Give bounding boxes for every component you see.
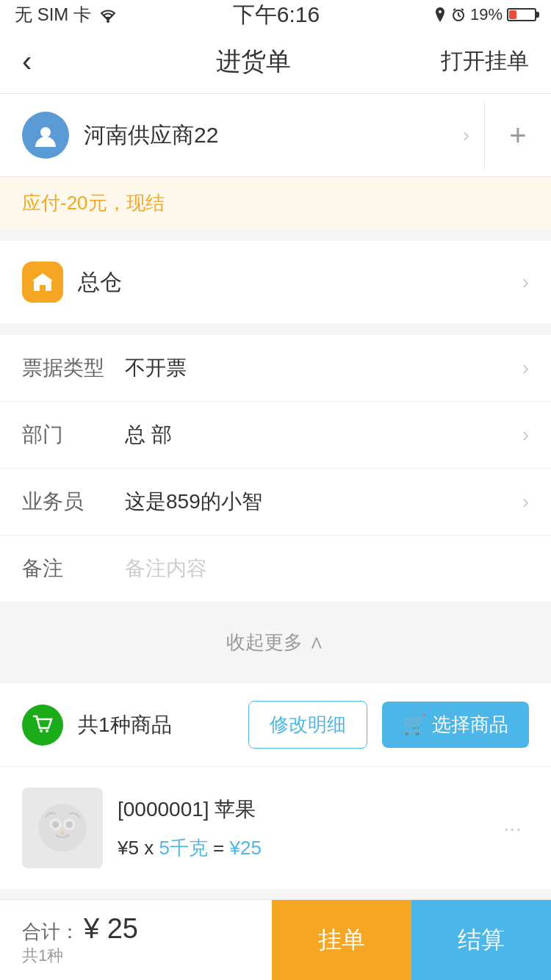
salesperson-chevron-icon: › (522, 490, 529, 514)
total-amount: ¥ 25 (84, 913, 138, 945)
invoice-type-chevron-icon: › (522, 356, 529, 380)
form-section: 票据类型 不开票 › 部门 总 部 › 业务员 这是859的小智 › 备注 备注… (0, 335, 551, 602)
svg-point-12 (38, 804, 86, 851)
supplier-selector[interactable]: 河南供应商22 › (0, 94, 484, 176)
svg-point-16 (66, 821, 73, 828)
wifi-icon (97, 7, 119, 23)
supplier-name: 河南供应商22 (84, 120, 448, 151)
status-bar-left: 无 SIM 卡 (15, 3, 119, 26)
product-header: 共1种商品 修改明细 🛒 选择商品 (0, 683, 551, 767)
status-bar-right: 19% (433, 5, 536, 24)
warehouse-row[interactable]: 总仓 › (0, 241, 551, 323)
owl-logo-icon (37, 802, 88, 854)
product-header-icon-wrap (22, 705, 63, 746)
salesperson-row[interactable]: 业务员 这是859的小智 › (0, 469, 551, 536)
product-total: ¥25 (229, 837, 261, 859)
product-section: 共1种商品 修改明细 🛒 选择商品 (0, 683, 551, 889)
product-more-button[interactable]: ··· (496, 808, 529, 848)
svg-point-6 (40, 127, 51, 137)
warehouse-icon-wrap (22, 262, 63, 303)
status-bar: 无 SIM 卡 下午6:16 19% (0, 0, 551, 29)
carrier-label: 无 SIM 卡 (15, 3, 91, 26)
remark-value: 备注内容 (125, 555, 529, 583)
supplier-avatar (22, 112, 69, 159)
product-unit-price: ¥5 x (118, 837, 159, 859)
salesperson-value: 这是859的小智 (125, 488, 522, 516)
bottom-total-row: 合计： ¥ 25 (22, 913, 250, 945)
cart-icon (31, 713, 54, 737)
salesperson-label: 业务员 (22, 488, 125, 516)
supplier-add-button[interactable]: + (485, 94, 551, 176)
product-item: [0000001] 苹果 ¥5 x 5千克 = ¥25 ··· (0, 767, 551, 889)
page-title: 进货单 (216, 45, 291, 79)
total-sub: 共1种 (22, 945, 250, 967)
product-info: [0000001] 苹果 ¥5 x 5千克 = ¥25 (118, 796, 481, 861)
bottom-bar: 合计： ¥ 25 共1种 挂单 结算 (0, 899, 551, 980)
total-label: 合计： (22, 919, 79, 945)
invoice-type-label: 票据类型 (22, 354, 125, 382)
product-thumb-inner (22, 788, 103, 868)
open-pending-button[interactable]: 打开挂单 (441, 46, 529, 76)
svg-point-11 (46, 729, 48, 732)
supplier-section: 河南供应商22 › + (0, 94, 551, 177)
invoice-type-value: 不开票 (125, 354, 522, 382)
product-count: 共1种商品 (78, 711, 234, 739)
notice-text: 应付-20元，现结 (22, 192, 165, 214)
department-label: 部门 (22, 421, 125, 449)
svg-line-5 (461, 9, 464, 10)
select-product-icon: 🛒 (403, 713, 426, 736)
svg-marker-8 (32, 273, 53, 281)
department-value: 总 部 (125, 421, 522, 449)
main-content: 河南供应商22 › + 应付-20元，现结 总仓 › 票据类型 不开票 (0, 94, 551, 980)
remark-label: 备注 (22, 555, 125, 583)
battery-icon (507, 8, 536, 21)
department-row[interactable]: 部门 总 部 › (0, 402, 551, 469)
svg-rect-9 (40, 285, 46, 291)
svg-point-10 (40, 729, 43, 732)
back-button[interactable]: ‹ (22, 45, 66, 78)
warehouse-chevron-icon: › (522, 270, 529, 294)
product-equals: = (208, 837, 230, 859)
product-thumbnail (22, 788, 103, 868)
hang-button[interactable]: 挂单 (272, 900, 411, 980)
status-bar-time: 下午6:16 (233, 0, 320, 30)
collapse-label: 收起更多 ∧ (226, 630, 324, 655)
notice-bar: 应付-20元，现结 (0, 177, 551, 229)
svg-point-0 (107, 20, 109, 23)
collapse-button[interactable]: 收起更多 ∧ (0, 613, 551, 671)
nav-bar: ‹ 进货单 打开挂单 (0, 29, 551, 94)
product-quantity: 5千克 (159, 837, 207, 859)
location-icon (433, 7, 447, 22)
product-price: ¥5 x 5千克 = ¥25 (118, 835, 481, 861)
invoice-type-row[interactable]: 票据类型 不开票 › (0, 335, 551, 402)
warehouse-section: 总仓 › (0, 241, 551, 323)
edit-detail-button[interactable]: 修改明细 (248, 701, 367, 749)
select-product-button[interactable]: 🛒 选择商品 (382, 702, 529, 748)
product-name: [0000001] 苹果 (118, 796, 481, 824)
battery-label: 19% (470, 5, 503, 24)
warehouse-name: 总仓 (78, 267, 522, 298)
remark-row[interactable]: 备注 备注内容 (0, 536, 551, 602)
person-icon (32, 122, 59, 148)
select-product-label: 选择商品 (432, 712, 508, 738)
bottom-total: 合计： ¥ 25 共1种 (0, 900, 272, 980)
supplier-chevron-icon: › (463, 123, 469, 147)
svg-line-3 (458, 15, 461, 17)
checkout-button[interactable]: 结算 (411, 900, 551, 980)
svg-point-15 (52, 821, 59, 828)
department-chevron-icon: › (522, 423, 529, 447)
alarm-icon (451, 7, 466, 22)
svg-line-4 (453, 9, 455, 10)
warehouse-icon (31, 270, 54, 294)
